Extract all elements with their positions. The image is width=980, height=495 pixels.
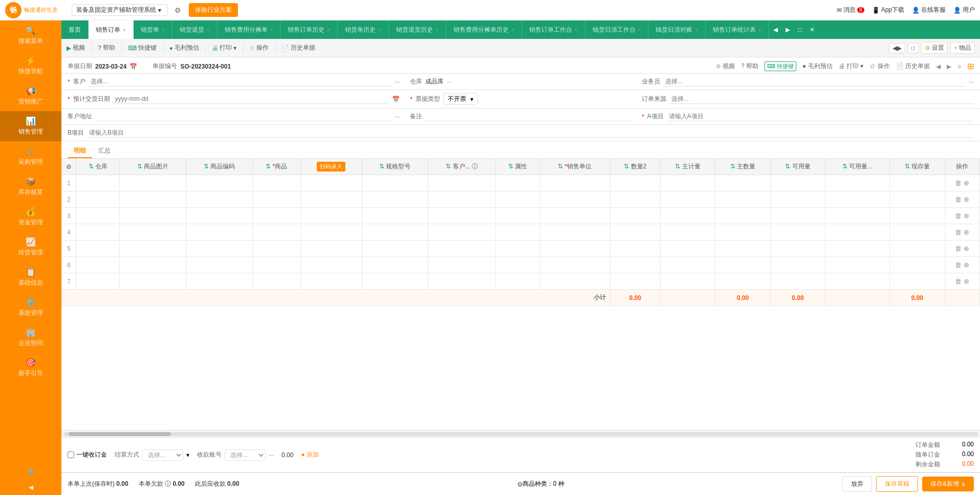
sidebar-item-operations[interactable]: 📈 经营管理	[0, 232, 61, 262]
add-payment-button[interactable]: ● 添加	[301, 450, 319, 459]
address-more-icon[interactable]: ···	[395, 113, 400, 120]
toolbar-action[interactable]: ☆ 操作	[249, 44, 269, 52]
tab-daily-reconcile[interactable]: 钱货日清对账 ×	[648, 20, 706, 39]
tab-close-icon[interactable]: ×	[638, 27, 641, 33]
discard-button[interactable]: 放弃	[842, 476, 872, 492]
tab-sales-return[interactable]: 销货退货 ×	[172, 20, 217, 39]
toolbar-shortcut[interactable]: ⌨ 快捷键	[128, 44, 157, 52]
memo-input[interactable]	[425, 112, 631, 121]
copy-icon[interactable]: ⊕	[964, 261, 969, 269]
toolbar-layout-btn[interactable]: ◀▶	[889, 43, 905, 53]
save-new-button[interactable]: 保存&新增 ∧	[922, 477, 974, 491]
tab-close-icon[interactable]: ×	[695, 27, 698, 33]
view-btn[interactable]: ⊙ 视频	[716, 62, 735, 71]
tab-sales-list[interactable]: 销货单 ×	[134, 20, 172, 39]
toolbar-help[interactable]: ? 帮助	[98, 44, 115, 52]
tab-close-icon[interactable]: ×	[575, 27, 578, 33]
th-scan[interactable]: 扫码录入	[300, 159, 362, 175]
invoice-select[interactable]: 不开票 ▾	[443, 93, 478, 105]
address-input[interactable]	[95, 112, 391, 121]
online-service-button[interactable]: 👤 在线客服	[912, 6, 946, 14]
shortcut-btn[interactable]: ⌨ 快捷键	[765, 61, 796, 71]
copy-icon[interactable]: ⊕	[964, 245, 969, 252]
tab-fee-history[interactable]: 销售费用分摊单历史 ×	[446, 20, 522, 39]
delete-icon[interactable]: 🗑	[955, 261, 962, 269]
tab-sales-history[interactable]: 销货单历史 ×	[338, 20, 389, 39]
tab-prev-button[interactable]: ◀	[769, 20, 781, 39]
sidebar-item-basic[interactable]: 📋 基础信息	[0, 262, 61, 292]
next-btn[interactable]: ▶	[947, 63, 951, 70]
tab-close-icon[interactable]: ×	[162, 27, 165, 33]
industry-button[interactable]: 体验行业方案	[189, 3, 238, 17]
tab-close-icon[interactable]: ×	[327, 27, 330, 33]
toolbar-goods-btn[interactable]: + 物品	[950, 42, 975, 54]
payment-method-select[interactable]: 选择...	[142, 449, 183, 461]
sidebar-item-finance[interactable]: 💰 资金管理	[0, 202, 61, 232]
sidebar-item-guide[interactable]: 🎯 新手引导	[0, 353, 61, 383]
gear-icon[interactable]: ⚙	[170, 3, 185, 17]
app-download-button[interactable]: 📱 App下载	[872, 6, 904, 14]
staff-input[interactable]	[663, 77, 966, 87]
tab-close-icon[interactable]: ×	[378, 27, 381, 33]
delivery-calendar-icon[interactable]: 📅	[392, 96, 400, 103]
payment-account-select[interactable]: 选择...	[225, 449, 266, 461]
messages-button[interactable]: ✉ 消息 8	[837, 6, 864, 14]
help-btn[interactable]: ? 帮助	[741, 62, 758, 71]
calendar-icon[interactable]: 📅	[129, 63, 137, 70]
sidebar-settings-button[interactable]: ⚙️	[0, 464, 61, 480]
tab-detail[interactable]: 明细	[68, 144, 92, 158]
tab-order-stats[interactable]: 销售订单统计表 ×	[706, 20, 769, 39]
delete-icon[interactable]: 🗑	[955, 212, 962, 220]
toolbar-print[interactable]: 🖨 打印 ▾	[212, 44, 236, 52]
sidebar-item-enterprise[interactable]: 🏢 企业协同	[0, 322, 61, 353]
sidebar-collapse-button[interactable]: ◀	[0, 480, 61, 495]
delete-icon[interactable]: 🗑	[955, 228, 962, 236]
toolbar-expand-btn[interactable]: □	[908, 43, 919, 53]
delivery-date-input[interactable]	[113, 94, 389, 104]
scroll-track[interactable]	[63, 432, 978, 436]
delete-icon[interactable]: 🗑	[955, 179, 962, 187]
tab-close-icon[interactable]: ×	[270, 27, 273, 33]
tab-close-icon[interactable]: ×	[123, 27, 126, 33]
tab-daily-workbench[interactable]: 钱货日清工作台 ×	[585, 20, 649, 39]
copy-icon[interactable]: ⊕	[964, 179, 969, 187]
order-source-input[interactable]	[669, 94, 974, 104]
tab-return-history[interactable]: 销货退货历史 ×	[389, 20, 446, 39]
tab-close-icon[interactable]: ×	[207, 27, 210, 33]
grid-view-btn[interactable]: ⊞	[967, 61, 974, 71]
b-project-input[interactable]	[87, 128, 974, 138]
toolbar-history[interactable]: 📄 历史单据	[281, 44, 315, 52]
toolbar-setup-btn[interactable]: ⚙ 设置	[921, 42, 948, 54]
warehouse-more-icon[interactable]: ···	[447, 78, 452, 85]
table-wrapper[interactable]: ⚙ ⇅ 仓库 ⇅ 商品图片 ⇅ 商品编码 ⇅ *商品 扫码录入 ⇅ 规格型号 ⇅…	[61, 158, 980, 430]
copy-icon[interactable]: ⊕	[964, 277, 969, 285]
tab-next-button[interactable]: ▶	[781, 20, 794, 39]
history-doc-btn[interactable]: 📄 历史单据	[896, 62, 930, 71]
sidebar-item-quick[interactable]: ⚡ 快捷导航	[0, 51, 61, 81]
staff-more-icon[interactable]: ···	[969, 78, 974, 85]
tab-home[interactable]: 首页	[61, 20, 89, 39]
save-draft-button[interactable]: 保存草稿	[876, 476, 918, 492]
customer-input[interactable]	[89, 77, 391, 87]
a-project-input[interactable]	[667, 112, 974, 121]
tab-close-icon[interactable]: ×	[758, 27, 761, 33]
tab-order-workbench[interactable]: 销售订单工作台 ×	[522, 20, 585, 39]
tab-summary[interactable]: 汇总	[92, 144, 117, 158]
sidebar-item-system[interactable]: ⚙️ 系统管理	[0, 292, 61, 322]
tab-close-icon[interactable]: ×	[435, 27, 439, 33]
tab-close-all-button[interactable]: ✕	[806, 20, 818, 39]
system-selector[interactable]: 装备及固定资产辅助管理系统 ▾	[72, 4, 168, 16]
action-btn[interactable]: ☆ 操作	[869, 62, 889, 71]
sidebar-item-purchase[interactable]: 🛒 采购管理	[0, 141, 61, 171]
tab-sales-order[interactable]: 销售订单 ×	[89, 20, 134, 39]
tab-window-button[interactable]: □	[794, 20, 806, 39]
toolbar-video[interactable]: ▶ 视频	[67, 44, 85, 52]
scan-button[interactable]: 扫码录入	[317, 162, 345, 171]
customer-more-icon[interactable]: ···	[395, 78, 400, 85]
copy-icon[interactable]: ⊕	[964, 212, 969, 220]
account-more-icon[interactable]: ···	[269, 451, 274, 459]
tab-order-history[interactable]: 销售订单历史 ×	[280, 20, 338, 39]
delete-icon[interactable]: 🗑	[955, 245, 962, 252]
copy-icon[interactable]: ⊕	[964, 228, 969, 236]
sidebar-item-marketing[interactable]: 📢 营销推广	[0, 81, 61, 111]
